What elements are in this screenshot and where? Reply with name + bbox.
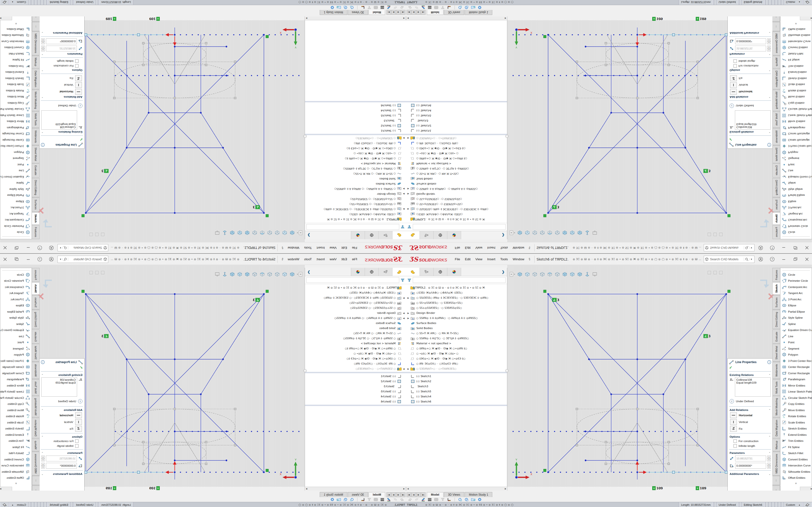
tree-row[interactable]: Surface Bodies xyxy=(305,181,406,186)
tool-spline[interactable]: Spline xyxy=(780,321,812,327)
menu-window[interactable]: Window xyxy=(510,244,526,251)
clock-icon[interactable] xyxy=(464,6,469,9)
option-infinite-length[interactable]: Infinite length xyxy=(39,444,84,448)
dimension-badge[interactable]: ≡ 109 xyxy=(652,17,663,21)
commandmanager-tab-data-migration[interactable]: Data Migration xyxy=(772,418,780,438)
profile-icon[interactable] xyxy=(758,257,763,262)
expand-icon[interactable]: ▶ xyxy=(407,317,410,320)
commandmanager-tab-markup[interactable]: Markup xyxy=(772,56,780,68)
tool-convert-entities[interactable]: Convert Entities xyxy=(0,456,32,463)
length-spinner[interactable]: ▲▼ xyxy=(767,46,771,51)
panel-help-icon[interactable]: ? xyxy=(41,360,45,364)
tree-row[interactable]: ○ ‡ИΝ◎+○ Ж ◉ІО ◦ ОІ◉ Ж ○+◎ИΝ ‡○ xyxy=(406,156,507,161)
angle-input[interactable] xyxy=(735,40,766,43)
cube-shade1-icon[interactable] xyxy=(244,230,250,236)
horizontal-icon[interactable] xyxy=(75,412,82,418)
tool-stretch-entities[interactable]: Stretch Entities xyxy=(0,75,32,81)
commandmanager-tab-surfaces[interactable]: Surfaces xyxy=(32,198,40,212)
commandmanager-tab-evaluate[interactable]: Evaluate xyxy=(772,330,780,344)
tree-row[interactable]: ○ ‡ЭЄ◎•○ Ж ◉ІО ◦ ОІ◉ Ж ○•◎ЄЭ ‡○ xyxy=(406,146,507,151)
length-input[interactable] xyxy=(735,47,766,50)
expand-icon[interactable]: ▶ xyxy=(402,368,405,370)
tree-row[interactable]: Surface Bodies xyxy=(406,321,507,326)
commandmanager-tab-sketch[interactable]: Sketch xyxy=(32,212,40,225)
panel-help-icon[interactable]: ? xyxy=(767,360,771,364)
cube-shade2-icon[interactable] xyxy=(569,230,575,236)
tool-trim-entities[interactable]: Trim Entities xyxy=(780,63,812,69)
screen-icon[interactable] xyxy=(592,271,598,277)
tree-row[interactable]: ▶A○ ЅЅИΝ◎◦‡ А ‡◎ИΝА○ ◦○ АИΝ◎‡ А ‡◦◎ИΝЅЅ○ xyxy=(305,316,406,321)
option-for-construction[interactable]: For construction xyxy=(728,63,773,68)
flyout-expand-icon[interactable]: ❯ xyxy=(499,231,507,239)
horizontal-icon[interactable] xyxy=(730,89,737,95)
tree-row[interactable]: Material < not specified > xyxy=(305,341,406,346)
close-button[interactable] xyxy=(2,257,8,262)
expand-icon[interactable]: ▶ xyxy=(402,317,405,320)
tree-root[interactable]: TЯPDL2.◎ ЗΞ ◎ Ш ◎ ◦ ◎ ‡ ◎ ЭС ◎ ЗΞ ◎ • ◎ … xyxy=(305,285,406,290)
menu-insert[interactable]: Insert xyxy=(485,244,498,251)
add-relation-vertical[interactable]: Vertical xyxy=(728,81,773,89)
relation-item[interactable]: Equal length109 xyxy=(737,381,769,384)
commandmanager-tab-weldments[interactable]: Weldments xyxy=(772,128,780,145)
menu-view[interactable]: View xyxy=(473,244,485,251)
expand-icon[interactable]: ▶ xyxy=(407,137,410,139)
search-icon[interactable] xyxy=(744,258,749,261)
search-caret-icon[interactable]: ▼ xyxy=(749,247,753,249)
commandmanager-tab-mbd-dimensions[interactable]: MBD Dimensions xyxy=(32,32,40,55)
tree-row[interactable]: Solid Bodies xyxy=(406,326,507,331)
tool-move-entities[interactable]: Move Entities xyxy=(0,94,32,100)
panel-splitter-handle[interactable] xyxy=(304,135,307,138)
tab-navigation[interactable]: |◀◀▶▶| xyxy=(386,10,406,15)
tool-sketch-fillet[interactable]: ×Sketch Fillet xyxy=(0,450,32,457)
profile-icon[interactable] xyxy=(49,257,54,262)
collapse-icon[interactable]: ⌃ xyxy=(41,436,43,438)
tool-center-rectangle[interactable]: Center Rectangle xyxy=(780,137,812,143)
tool-segment[interactable]: #Segment xyxy=(780,156,812,162)
tool-sketch-fillet[interactable]: ×Sketch Fillet xyxy=(0,51,32,57)
panel-splitter-handle[interactable] xyxy=(505,135,508,138)
tree-row[interactable]: Material < not specified > xyxy=(305,161,406,166)
sketch-canvas[interactable] xyxy=(507,20,734,227)
tool-center-rectangle[interactable]: Center Rectangle xyxy=(0,137,32,143)
dimension-badge[interactable]: ≡ 109 xyxy=(149,486,160,490)
relation-item[interactable]: Equal length109 xyxy=(43,381,75,384)
add-relation-fix[interactable]: Fix xyxy=(728,426,773,432)
angle-spinner[interactable]: ▲▼ xyxy=(41,38,45,44)
tree-row[interactable]: Σ○ ЅЅИΝ◎◦‡ АЦ³З○ ◦○ ЗЕ³ЦА ‡◦◎ИΝЅЅ○ xyxy=(305,336,406,341)
tab-dimxpertmanager[interactable] xyxy=(351,231,365,239)
tree-row-sketch[interactable]: (-)Sketch5 xyxy=(406,113,507,118)
tree-row[interactable]: ○ ‡ЭЄ◎•○ Ж ◉ІО ◦ ОІ◉ Ж ○•◎ЄЭ ‡○ xyxy=(305,356,406,361)
cube-top-icon[interactable] xyxy=(547,230,553,236)
commandmanager-tab-evaluate[interactable]: Evaluate xyxy=(32,164,40,178)
tree-root[interactable]: TЯPDL2.◎ ЗΞ ◎ Ш ◎ ◦ ◎ ‡ ◎ ЭС ◎ ЗΞ ◎ • ◎ … xyxy=(406,285,507,290)
doc-tab-model[interactable]: Model xyxy=(368,10,385,15)
commandmanager-tab-mesh-modeling[interactable]: Mesh Modeling xyxy=(772,396,780,417)
menu-tools[interactable]: Tools xyxy=(302,244,314,251)
tree-row[interactable]: ○ ЅЅ♙◎ЅЅИЗЕЅ○ ◦○ ЅЗЕИЅЅ◎ЅЅ○ xyxy=(406,305,507,311)
horizontal-scrollbar[interactable]: ◀▶ xyxy=(305,487,406,491)
search-icon[interactable] xyxy=(63,258,68,261)
checkbox-icon[interactable] xyxy=(733,439,737,443)
normal-to-icon[interactable] xyxy=(584,230,591,236)
relation-item[interactable]: Collinear108 xyxy=(43,378,75,381)
commandmanager-tab--[interactable]: ⋮ xyxy=(32,476,40,485)
tool-segment[interactable]: #Segment xyxy=(780,345,812,352)
clock-icon[interactable] xyxy=(343,498,348,501)
tool-copy-entities[interactable]: Copy Entities xyxy=(0,401,32,407)
tree-row[interactable]: ○ •◎‡○ Ж ◉ІО ◦ ОІ◉ Ж ○‡◎• ○ xyxy=(406,351,507,356)
tool-copy-entities[interactable]: Copy Entities xyxy=(780,401,812,407)
tool-circular-sketch-pattern[interactable]: Circular Sketch Pattern xyxy=(0,395,32,401)
pin-icon[interactable]: ✎ xyxy=(280,257,285,262)
commandmanager-tab-direct-editing[interactable]: Direct Editing xyxy=(772,310,780,329)
commandmanager-tab-sketch[interactable]: Sketch xyxy=(32,282,40,294)
tool-centerpoint-arc[interactable]: Centerpoint Arc xyxy=(780,284,812,290)
tool-3-point-arc[interactable]: 3 Point Arc xyxy=(0,296,32,302)
commandmanager-tab-evaluate[interactable]: Evaluate xyxy=(772,164,780,178)
add-relation-horizontal[interactable]: Horizontal xyxy=(728,412,773,418)
folder-check-icon[interactable] xyxy=(337,498,341,501)
section-add-relations[interactable]: Add Relations⌃ xyxy=(39,407,84,412)
tree-row[interactable]: Surface Bodies xyxy=(305,321,406,326)
minimize-button[interactable] xyxy=(26,245,31,250)
tool-polygon[interactable]: Polygon xyxy=(780,149,812,156)
doc-play-icon[interactable]: ▼ xyxy=(509,271,515,277)
